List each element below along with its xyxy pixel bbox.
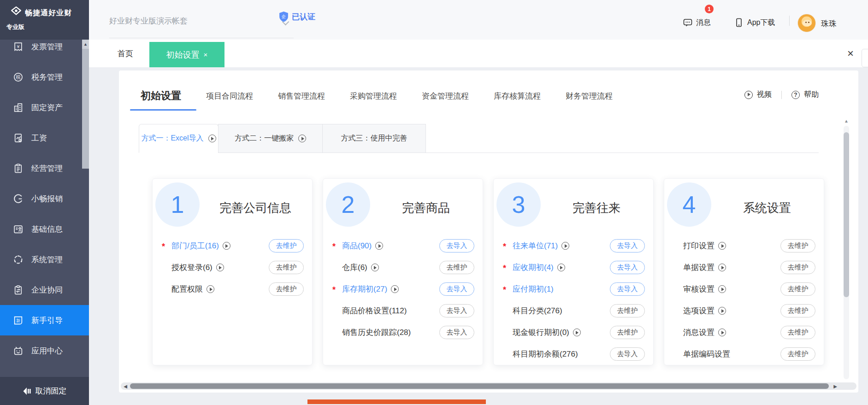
action-button[interactable]: 去维护	[780, 347, 815, 361]
action-button[interactable]: 去导入	[610, 261, 645, 274]
close-button[interactable]: ×	[842, 45, 859, 62]
sidebar-item-base-info[interactable]: 基础信息	[0, 214, 89, 244]
action-button[interactable]: 去维护	[780, 282, 815, 296]
page-tab-inventory-flow[interactable]: 库存核算流程	[494, 91, 541, 101]
card-item-row: 打印设置 去维护	[673, 235, 815, 257]
video-link[interactable]: 视频	[757, 90, 772, 100]
item-link[interactable]: 商品(90)	[342, 241, 372, 251]
method-tab-excel-import[interactable]: 方式一：Excel导入	[139, 124, 218, 153]
sidebar-item-label: 小畅报销	[31, 194, 63, 204]
sidebar-item-fixed-assets[interactable]: 固定资产	[0, 92, 89, 123]
account-selector[interactable]: 好业财专业版演示帐套	[109, 9, 294, 38]
vertical-scrollbar[interactable]	[844, 132, 849, 297]
play-icon[interactable]	[573, 329, 581, 336]
top-header: 好业财专业版演示帐套 企 已认证 消息 1 App下载 珠珠	[89, 0, 868, 40]
links-divider	[781, 91, 782, 99]
sidebar-item-app-center[interactable]: 应用中心	[0, 335, 89, 366]
card-title: 完善往来	[542, 200, 651, 216]
scroll-up-icon[interactable]: ▲	[843, 117, 850, 125]
required-asterisk	[503, 353, 509, 355]
item-link[interactable]: 应付期初(1)	[513, 284, 554, 294]
action-button[interactable]: 去导入	[439, 282, 474, 296]
method-tab-improve-in-use[interactable]: 方式三：使用中完善	[322, 124, 426, 153]
action-button[interactable]: 去导入	[439, 304, 474, 317]
action-button[interactable]: 去维护	[780, 326, 815, 339]
user-avatar[interactable]	[797, 14, 816, 32]
page-tab-funds-flow[interactable]: 资金管理流程	[422, 91, 469, 101]
action-button[interactable]: 去导入	[439, 239, 474, 252]
play-icon[interactable]	[223, 242, 230, 250]
action-button[interactable]: 去导入	[610, 239, 645, 252]
sidebar-item-operations[interactable]: 经营管理	[0, 153, 89, 183]
sidebar-item-newbie-guide[interactable]: 新 新手引导	[0, 305, 89, 335]
scroll-left-icon[interactable]: ◀	[122, 382, 129, 390]
method-tab-one-click-move[interactable]: 方式二：一键搬家	[218, 124, 323, 153]
play-icon[interactable]	[557, 264, 565, 271]
action-button[interactable]: 去维护	[439, 261, 474, 274]
account-selector-value: 好业财专业版演示帐套	[109, 16, 188, 26]
sidebar-scrollbar[interactable]	[82, 49, 89, 169]
unpin-button[interactable]: 取消固定	[0, 377, 89, 405]
action-button[interactable]: 去维护	[269, 261, 304, 274]
action-button[interactable]: 去导入	[439, 326, 474, 339]
sidebar-item-invoice[interactable]: ¥ 发票管理	[0, 31, 89, 62]
play-icon[interactable]	[718, 307, 726, 315]
item-link[interactable]: 应收期初(4)	[513, 262, 554, 273]
sidebar-item-collaboration[interactable]: 企业协同	[0, 275, 89, 305]
play-icon[interactable]	[216, 264, 224, 271]
play-icon[interactable]	[371, 264, 379, 271]
phone-icon	[734, 18, 744, 28]
tab-home[interactable]: 首页	[118, 48, 133, 59]
item-link[interactable]: 库存期初(27)	[342, 284, 387, 294]
sidebar-scroll-up-icon[interactable]: ▲	[82, 40, 89, 49]
page-tab-initial-setup[interactable]: 初始设置	[141, 89, 181, 103]
play-icon[interactable]	[718, 242, 726, 250]
required-asterisk: *	[332, 240, 338, 252]
play-icon[interactable]	[208, 135, 216, 142]
collaboration-icon	[13, 285, 24, 295]
action-button[interactable]: 去维护	[269, 239, 304, 252]
action-button[interactable]: 去维护	[610, 304, 645, 317]
tab-initial-setup[interactable]: 初始设置 ×	[149, 42, 224, 67]
action-button[interactable]: 去导入	[610, 347, 645, 361]
sidebar-item-tax[interactable]: 税 税务管理	[0, 62, 89, 92]
tax-icon: 税	[13, 72, 24, 82]
play-icon[interactable]	[207, 285, 214, 293]
play-icon[interactable]	[561, 242, 569, 250]
page-tab-purchase-flow[interactable]: 采购管理流程	[350, 91, 397, 101]
action-button[interactable]: 去导入	[610, 282, 645, 296]
item-label: 科目期初余额(276)	[513, 349, 578, 359]
sidebar-item-payroll[interactable]: 工资	[0, 123, 89, 153]
play-icon[interactable]	[718, 329, 726, 336]
action-button[interactable]: 去维护	[780, 304, 815, 317]
sidebar-item-reimbursement[interactable]: 小畅报销	[0, 183, 89, 214]
bottom-orange-bar	[307, 399, 486, 404]
action-button[interactable]: 去维护	[780, 239, 815, 252]
tab-overflow-button	[862, 49, 868, 67]
horizontal-scrollbar[interactable]	[130, 383, 829, 389]
tab-close-icon[interactable]: ×	[204, 51, 208, 59]
step-circle: 4	[667, 182, 711, 227]
page-tab-finance-flow[interactable]: 财务管理流程	[566, 91, 613, 101]
scroll-right-icon[interactable]: ▶	[832, 382, 839, 390]
play-icon[interactable]	[298, 135, 306, 142]
item-link[interactable]: 往来单位(71)	[513, 241, 558, 251]
action-button[interactable]: 去维护	[269, 282, 304, 296]
messages-button[interactable]: 消息	[683, 18, 711, 28]
unpin-label: 取消固定	[35, 386, 67, 396]
page-tab-sales-flow[interactable]: 销售管理流程	[278, 91, 325, 101]
help-link[interactable]: 帮助	[804, 90, 819, 100]
sidebar-item-system[interactable]: 系统管理	[0, 244, 89, 275]
play-icon[interactable]	[718, 264, 726, 271]
step-number: 2	[342, 191, 355, 218]
app-download-button[interactable]: App下载	[734, 18, 775, 28]
page-tab-project-contract[interactable]: 项目合同流程	[206, 91, 253, 101]
action-button[interactable]: 去维护	[780, 261, 815, 274]
play-icon[interactable]	[391, 285, 399, 293]
play-icon[interactable]	[718, 285, 726, 293]
user-name[interactable]: 珠珠	[821, 18, 837, 29]
item-link[interactable]: 部门/员工(16)	[171, 241, 219, 251]
main-panel: 初始设置 项目合同流程 销售管理流程 采购管理流程 资金管理流程 库存核算流程 …	[119, 70, 858, 393]
action-button[interactable]: 去维护	[610, 326, 645, 339]
play-icon[interactable]	[375, 242, 383, 250]
